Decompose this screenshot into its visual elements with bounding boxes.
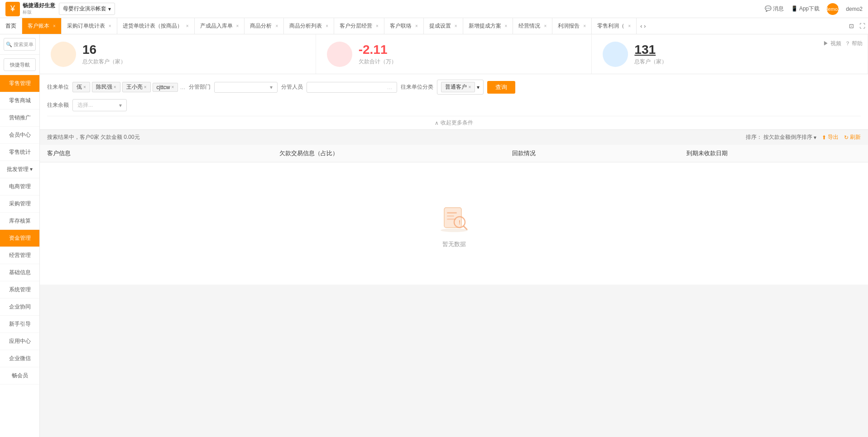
table-header: 客户信息 欠款交易信息（占比） 回款情况 到期未收款日期: [40, 145, 868, 162]
stat-text-1: 16 总欠款客户（家）: [82, 43, 126, 66]
tab-retail-profit[interactable]: 零售利润（ ×: [592, 18, 637, 34]
stat-icon-1: ¥: [51, 42, 76, 67]
unit-tag-1-close[interactable]: ×: [83, 85, 86, 90]
tab-instock-stats[interactable]: 进货单统计表（按商品） ×: [117, 18, 195, 34]
results-right: 排序： 按欠款金额倒序排序 ▾ ⬆ 导出 ↻ 刷新: [746, 133, 861, 141]
tab-new-raise-plan[interactable]: 新增提成方案 ×: [463, 18, 513, 34]
stat-item-2: ✦ -2.11 欠款合计（万）: [316, 34, 592, 74]
sidebar-item-sys-mgmt[interactable]: 系统管理: [0, 281, 39, 299]
tab-customer-book[interactable]: 客户账本 ×: [22, 18, 62, 34]
tab-customer-segment-close[interactable]: ×: [376, 24, 379, 28]
svg-point-9: [441, 228, 468, 232]
stats-bar: ¥ 16 总欠款客户（家） ✦ -2.11 欠款合计（: [40, 34, 868, 74]
sidebar-item-marketing[interactable]: 营销推广: [0, 109, 39, 127]
unit-tag-2: 陈民强 ×: [92, 82, 120, 92]
sidebar-item-app-center[interactable]: 应用中心: [0, 333, 39, 350]
search-button[interactable]: 查询: [487, 81, 515, 94]
tab-customer-contact-close[interactable]: ×: [415, 24, 418, 28]
sidebar-item-member-center[interactable]: 会员中心: [0, 127, 39, 144]
quick-nav-label: 快捷导航: [10, 62, 30, 68]
tab-retail-profit-close[interactable]: ×: [628, 24, 631, 28]
tab-goods-analysis-list[interactable]: 商品分析列表 ×: [284, 18, 334, 34]
sidebar-item-retail-mgmt[interactable]: 零售管理: [0, 75, 39, 92]
tab-purchase-order[interactable]: 采购订单统计表 ×: [62, 18, 117, 34]
refresh-label: 刷新: [850, 133, 861, 141]
unit-type-tag-close[interactable]: ×: [468, 85, 471, 90]
unit-tag-4: cjttcw ×: [153, 83, 178, 92]
svg-rect-5: [611, 50, 614, 53]
tab-customer-segment[interactable]: 客户分层经营 ×: [334, 18, 384, 34]
tab-instock-stats-close[interactable]: ×: [186, 24, 189, 28]
person-input[interactable]: …: [307, 82, 397, 93]
tab-customer-book-close[interactable]: ×: [53, 24, 56, 28]
sidebar-item-wholesale-mgmt[interactable]: 批发管理 ▾: [0, 161, 39, 178]
tab-customer-segment-label: 客户分层经营: [340, 22, 372, 30]
balance-select[interactable]: 选择... ▾: [72, 99, 127, 111]
empty-text: 暂无数据: [442, 240, 466, 248]
table-container: 客户信息 欠款交易信息（占比） 回款情况 到期未收款日期: [40, 145, 868, 285]
nav-tabs-more[interactable]: ‹ ›: [637, 23, 649, 29]
sidebar-item-enterprise-wechat[interactable]: 企业微信: [0, 350, 39, 367]
user-avatar[interactable]: demo2: [827, 3, 839, 15]
message-btn[interactable]: 💬 消息: [765, 5, 784, 13]
search-menu-label: 搜索菜单: [14, 41, 34, 48]
help-btn[interactable]: ？ 帮助: [845, 40, 863, 48]
collapse-btn[interactable]: ∧ 收起更多条件: [47, 116, 861, 129]
sidebar-item-ecommerce-mgmt[interactable]: 电商管理: [0, 178, 39, 195]
tab-business-status[interactable]: 经营情况 ×: [513, 18, 552, 34]
unit-tag-3: 王小亮 ×: [122, 82, 151, 92]
results-summary: 搜索结果中，客户0家 欠款金额 0.00元: [47, 133, 140, 141]
sidebar-item-purchase-mgmt[interactable]: 采购管理: [0, 195, 39, 213]
tab-goods-analysis-close[interactable]: ×: [275, 24, 278, 28]
sidebar-item-vip-member[interactable]: 畅会员: [0, 367, 39, 385]
stat-label-1: 总欠款客户（家）: [82, 58, 126, 66]
tab-goods-analysis[interactable]: 商品分析 ×: [245, 18, 284, 34]
sidebar-item-capital-mgmt[interactable]: 资金管理: [0, 230, 39, 247]
unit-tag-2-close[interactable]: ×: [114, 85, 116, 90]
unit-tag-3-close[interactable]: ×: [144, 85, 147, 90]
tab-raise-settings-close[interactable]: ×: [455, 24, 457, 28]
app-download-btn[interactable]: 📱 App下载: [791, 5, 820, 13]
sidebar-item-marketing-label: 营销推广: [9, 114, 31, 121]
sidebar-item-inventory[interactable]: 库存核算: [0, 213, 39, 230]
tab-production-instock-close[interactable]: ×: [236, 24, 239, 28]
tab-home[interactable]: 首页: [0, 18, 22, 34]
sidebar-item-retail-stats[interactable]: 零售统计: [0, 144, 39, 161]
tab-purchase-order-close[interactable]: ×: [109, 24, 111, 28]
tab-profit-report[interactable]: 利润报告 ×: [552, 18, 592, 34]
unit-type-select[interactable]: 普通客户 × ▾: [437, 80, 484, 95]
export-btn[interactable]: ⬆ 导出: [822, 133, 839, 141]
sidebar-item-new-guide[interactable]: 新手引导: [0, 316, 39, 333]
tab-production-instock[interactable]: 产成品入库单 ×: [195, 18, 245, 34]
unit-tag-4-close[interactable]: ×: [172, 85, 174, 90]
top-bar-right: 💬 消息 📱 App下载 demo2 demo2: [765, 3, 863, 15]
tab-raise-settings[interactable]: 提成设置 ×: [424, 18, 463, 34]
stat-label-3: 总客户（家）: [634, 58, 667, 66]
tab-customer-contact[interactable]: 客户联络 ×: [384, 18, 424, 34]
dept-select-arrow: ▾: [270, 84, 273, 90]
col-header-customer-info: 客户信息: [47, 149, 279, 157]
quick-nav-btn[interactable]: 快捷导航: [4, 58, 36, 71]
sidebar-item-operation-mgmt[interactable]: 经营管理: [0, 247, 39, 264]
unit-tags-more[interactable]: …: [180, 84, 185, 90]
svg-rect-6: [616, 50, 620, 53]
tab-fullscreen-btn[interactable]: ⛶: [857, 23, 868, 29]
search-menu-btn[interactable]: 🔍 搜索菜单: [4, 38, 36, 51]
video-help-btn[interactable]: ▶ 视频: [823, 40, 841, 48]
sort-select[interactable]: 排序： 按欠款金额倒序排序 ▾: [746, 133, 816, 141]
sidebar-item-capital-mgmt-label: 资金管理: [9, 235, 31, 241]
unit-tags-container: 佤 × 陈民强 × 王小亮 × cjttcw × …: [72, 82, 185, 92]
tab-profit-report-close[interactable]: ×: [583, 24, 586, 28]
tab-goods-analysis-list-close[interactable]: ×: [326, 24, 328, 28]
tab-new-raise-plan-close[interactable]: ×: [505, 24, 508, 28]
store-selector[interactable]: 母婴行业演示帐套 ▾: [59, 3, 115, 15]
dept-select[interactable]: ▾: [214, 82, 278, 93]
sidebar-item-enterprise-collab[interactable]: 企业协同: [0, 299, 39, 316]
sidebar-item-retail-mall[interactable]: 零售商城: [0, 92, 39, 109]
top-bar: ¥ 畅捷通好生意 标版 母婴行业演示帐套 ▾ 💬 消息 📱 App下载 demo…: [0, 0, 868, 18]
tab-business-status-close[interactable]: ×: [544, 24, 547, 28]
unit-tag-3-text: 王小亮: [126, 83, 143, 91]
tab-restore-btn[interactable]: ⊡: [846, 23, 857, 29]
refresh-btn[interactable]: ↻ 刷新: [844, 133, 861, 141]
sidebar-item-basic-info[interactable]: 基础信息: [0, 264, 39, 281]
